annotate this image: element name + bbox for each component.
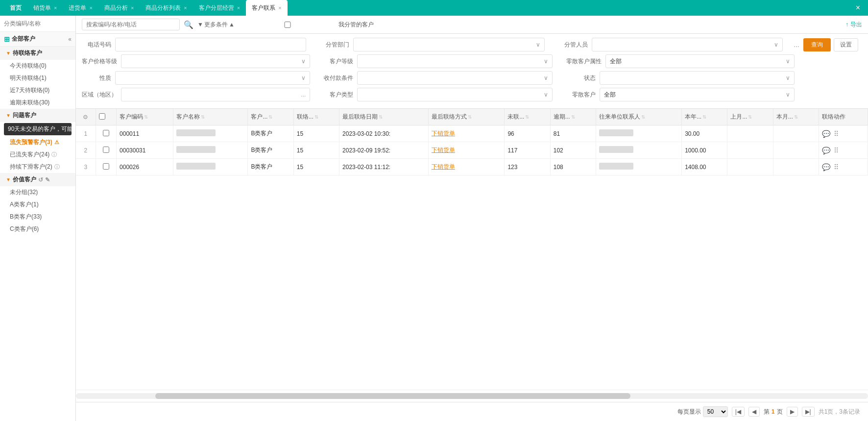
export-button[interactable]: ↑ 导出 [845, 21, 862, 29]
cell-last-way-1[interactable]: 下销货单 [428, 125, 504, 142]
cell-checkbox-3[interactable] [96, 159, 117, 175]
search-input[interactable] [82, 19, 180, 30]
dept-select[interactable]: ∨ [353, 38, 544, 51]
prev-page-button[interactable]: ◀ [748, 407, 760, 417]
query-button[interactable]: 查询 [803, 38, 831, 51]
row-checkbox-3[interactable] [103, 163, 109, 170]
sidebar-item-churned[interactable]: 已流失客户(24) ⓘ [0, 149, 75, 161]
sidebar-group-value[interactable]: ▼ 价值客户 ↺ ✎ [0, 173, 75, 186]
customer-type-select[interactable]: ∨ [357, 88, 552, 101]
cell-last-month-3 [727, 159, 773, 175]
sidebar-item-7days[interactable]: 近7天待联络(0) [0, 84, 75, 97]
action-chat-2[interactable]: 💬 [822, 147, 830, 154]
refresh-icon[interactable]: ↺ [38, 176, 43, 183]
tab-sales-close[interactable]: × [54, 5, 57, 11]
cell-overdue-1: 81 [550, 125, 596, 142]
sort-icon-type[interactable]: ⇅ [268, 114, 272, 120]
cell-checkbox-1[interactable] [96, 125, 117, 142]
tab-analysis[interactable]: 商品分析 × [98, 0, 140, 16]
cell-last-way-3[interactable]: 下销货单 [428, 159, 504, 175]
tab-analysis-close[interactable]: × [131, 5, 134, 11]
tab-purchase-close[interactable]: × [89, 5, 92, 11]
sidebar-item-a-class[interactable]: A类客户(1) [0, 198, 75, 211]
tab-analysis-list[interactable]: 商品分析列表 × [140, 0, 193, 16]
sidebar-item-today[interactable]: 今天待联络(0) [0, 60, 75, 72]
tab-analysis-list-close[interactable]: × [184, 5, 187, 11]
sort-icon-last-way[interactable]: ⇅ [468, 114, 472, 120]
horizontal-scrollbar[interactable] [76, 390, 868, 402]
tab-customer-tier-close[interactable]: × [237, 5, 240, 11]
sidebar-item-b-class[interactable]: B类客户(33) [0, 211, 75, 223]
sidebar-search-input[interactable] [4, 20, 76, 27]
per-page-select[interactable]: 50 100 200 [703, 406, 728, 417]
sidebar-item-churn-warning[interactable]: 流失预警客户(3) ⚠ [0, 136, 75, 149]
next-page-button[interactable]: ▶ [787, 407, 798, 417]
first-page-button[interactable]: |◀ [732, 407, 745, 417]
status-select[interactable]: ∨ [600, 71, 795, 85]
zero-sale-arrow: ∨ [786, 91, 790, 98]
last-way-link-2[interactable]: 下销货单 [432, 147, 455, 153]
customer-level-select[interactable]: ∨ [357, 54, 552, 68]
manager-select[interactable]: ∨ [592, 38, 783, 51]
more-filter-button[interactable]: ▼ 更多条件 ▲ [197, 21, 235, 29]
my-customer-checkbox-label[interactable]: 我分管的客户 [239, 21, 374, 29]
sort-icon-name[interactable]: ⇅ [201, 114, 205, 120]
sort-icon-overdue[interactable]: ⇅ [571, 114, 575, 120]
setting-button[interactable]: 设置 [834, 38, 858, 51]
sort-icon-last-month[interactable]: ⇅ [748, 114, 752, 120]
tab-sales[interactable]: 销货单 × [27, 0, 63, 16]
price-level-select[interactable]: ∨ [121, 54, 310, 68]
col-settings[interactable]: ⚙ [76, 109, 96, 125]
window-close-button[interactable]: × [852, 3, 864, 12]
action-chat-3[interactable]: 💬 [822, 163, 830, 171]
search-button[interactable]: 🔍 [184, 20, 193, 29]
select-all-checkbox[interactable] [99, 113, 105, 120]
cell-last-way-2[interactable]: 下销货单 [428, 142, 504, 159]
settings-icon[interactable]: ⚙ [83, 114, 88, 121]
tab-purchase[interactable]: 进货单 × [63, 0, 98, 16]
sort-icon-this-month[interactable]: ⇅ [794, 114, 798, 120]
sidebar-item-tomorrow[interactable]: 明天待联络(1) [0, 72, 75, 84]
tab-customer-contact[interactable]: 客户联系 × [246, 0, 287, 16]
region-select[interactable]: ... [121, 88, 310, 101]
tab-customer-tier[interactable]: 客户分层经营 × [193, 0, 246, 16]
last-way-link-3[interactable]: 下销货单 [432, 163, 455, 170]
customer-level-arrow: ∨ [544, 58, 548, 65]
action-chat-1[interactable]: 💬 [822, 130, 830, 138]
sort-icon-unit-contact[interactable]: ⇅ [641, 114, 645, 120]
scroll-thumb[interactable] [155, 393, 630, 399]
sort-icon-this-year[interactable]: ⇅ [702, 114, 706, 120]
sidebar-item-declining[interactable]: 持续下滑客户(2) ⓘ [0, 161, 75, 173]
my-customer-checkbox[interactable] [239, 22, 337, 28]
sidebar-group-problem[interactable]: ▼ 问题客户 [0, 109, 75, 122]
sort-icon-contact[interactable]: ⇅ [314, 114, 318, 120]
sort-icon-last-date[interactable]: ⇅ [379, 114, 383, 120]
sort-icon-uncontacted[interactable]: ⇅ [525, 114, 529, 120]
cell-checkbox-2[interactable] [96, 142, 117, 159]
zero-sale-select[interactable]: 全部 ∨ [600, 88, 795, 101]
sidebar-item-ungroup[interactable]: 未分组(32) [0, 186, 75, 198]
sidebar-all-customers[interactable]: ⊞ 全部客户 « [0, 32, 75, 47]
sidebar-item-c-class[interactable]: C类客户(6) [0, 223, 75, 235]
action-more-1[interactable]: ⠿ [834, 130, 839, 138]
action-more-3[interactable]: ⠿ [834, 163, 839, 171]
tab-home[interactable]: 首页 [4, 0, 27, 16]
nature-select[interactable]: ∨ [115, 71, 310, 85]
last-page-button[interactable]: ▶| [802, 407, 815, 417]
row-checkbox-1[interactable] [103, 130, 109, 136]
sort-icon-code[interactable]: ⇅ [144, 114, 148, 120]
edit-icon[interactable]: ✎ [45, 176, 50, 183]
nature-label: 性质 [82, 74, 111, 82]
payment-select[interactable]: ∨ [357, 71, 552, 85]
main-layout: 🔍 ⊞ 全部客户 « ▼ 待联络客户 今天待联络(0) 明天待联络(1) 近7天… [0, 16, 868, 421]
row-checkbox-2[interactable] [103, 147, 109, 153]
last-way-link-1[interactable]: 下销货单 [432, 130, 455, 137]
zero-sale-attr-select[interactable]: 全部 ∨ [605, 54, 795, 68]
col-overdue-label: 逾期... [554, 113, 570, 121]
sidebar-item-overdue[interactable]: 逾期未联络(30) [0, 97, 75, 109]
sidebar-group-pending[interactable]: ▼ 待联络客户 [0, 47, 75, 60]
action-more-2[interactable]: ⠿ [834, 147, 839, 154]
manager-dots[interactable]: ... [792, 41, 801, 49]
tab-customer-contact-close[interactable]: × [278, 5, 281, 11]
phone-input[interactable] [115, 38, 306, 51]
